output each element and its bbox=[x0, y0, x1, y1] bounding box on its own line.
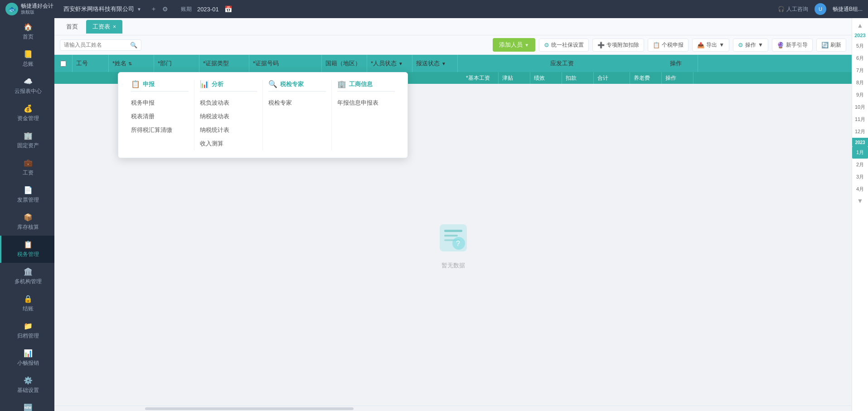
guide-toolbar-icon: 🔮 bbox=[777, 42, 784, 48]
analysis-icon: 📊 bbox=[200, 80, 209, 88]
tab-close-icon[interactable]: × bbox=[113, 24, 116, 30]
th-allowance: 津贴 bbox=[499, 72, 530, 84]
right-panel-up-arrow[interactable]: ▲ bbox=[855, 20, 865, 31]
company-selector[interactable]: 西安虾米网络科技有限公司 ▼ bbox=[63, 5, 141, 13]
sidebar-item-multi[interactable]: 🏛️ 多机构管理 bbox=[0, 263, 54, 290]
plus-icon: ➕ bbox=[597, 42, 605, 48]
rp-month-4[interactable]: 4月 bbox=[852, 183, 868, 195]
add-company-icon[interactable]: ＋ bbox=[150, 5, 157, 13]
sidebar-item-inventory[interactable]: 📦 库存核算 bbox=[0, 208, 54, 236]
th-pension: 养老费 bbox=[630, 72, 662, 84]
filter-icon[interactable]: ▼ bbox=[441, 61, 446, 66]
service-button[interactable]: 🎧 人工咨询 bbox=[778, 5, 808, 13]
tax-report-button[interactable]: 📋 个税申报 bbox=[648, 39, 689, 52]
search-input[interactable] bbox=[64, 42, 127, 48]
dd-item-tax-burden[interactable]: 税负波动表 bbox=[200, 96, 257, 110]
rp-month-7[interactable]: 7月 bbox=[852, 64, 868, 77]
th-status[interactable]: *人员状态 ▼ bbox=[367, 55, 412, 72]
chevron-down-icon: ▼ bbox=[524, 43, 529, 48]
rp-month-12[interactable]: 12月 bbox=[852, 126, 868, 138]
right-panel-down-arrow[interactable]: ▼ bbox=[855, 195, 865, 206]
settings-icon[interactable]: ⚙ bbox=[162, 5, 168, 13]
headset-icon: 🎧 bbox=[778, 6, 785, 12]
rp-month-5[interactable]: 5月 bbox=[852, 40, 868, 52]
rp-month-11[interactable]: 11月 bbox=[852, 113, 868, 126]
th-emp-id: 工号 bbox=[73, 55, 109, 72]
rp-month-1[interactable]: 1月 bbox=[852, 146, 868, 159]
rp-month-10[interactable]: 10月 bbox=[852, 101, 868, 113]
sidebar-item-settings[interactable]: ⚙️ 基础设置 bbox=[0, 372, 54, 399]
th-dept: *部门 bbox=[154, 55, 199, 72]
horizontal-scrollbar[interactable] bbox=[54, 406, 852, 411]
add-person-button[interactable]: 添加人员 ▼ bbox=[493, 38, 535, 52]
filter-icon[interactable]: ▼ bbox=[398, 61, 403, 66]
sidebar-item-salary[interactable]: 💼 工资 bbox=[0, 154, 54, 181]
chevron-down-icon: ▼ bbox=[137, 7, 141, 12]
sidebar-item-archive[interactable]: 📁 归档管理 bbox=[0, 317, 54, 344]
guide-button[interactable]: 🔮 新手引导 bbox=[772, 39, 813, 52]
th-name[interactable]: *姓名 ⇅ bbox=[109, 55, 154, 72]
sidebar-item-tax[interactable]: 📋 税务管理 bbox=[0, 236, 54, 263]
dd-item-income-tax[interactable]: 所得税汇算清缴 bbox=[131, 123, 189, 137]
declare-icon: 📋 bbox=[131, 80, 140, 88]
rp-month-8[interactable]: 8月 bbox=[852, 77, 868, 89]
report-icon: 📊 bbox=[24, 349, 33, 358]
right-panel: ▲ 2023 5月 6月 7月 8月 9月 10月 11月 12月 2023 1… bbox=[852, 18, 868, 411]
sidebar-item-invoice[interactable]: 📄 发票管理 bbox=[0, 181, 54, 208]
dd-col-title-analysis: 📊 分析 bbox=[200, 80, 257, 92]
th-deduction: 扣款 bbox=[562, 72, 594, 84]
dd-item-income-calc[interactable]: 收入测算 bbox=[200, 137, 257, 150]
dd-item-tax-check[interactable]: 税检专家 bbox=[268, 96, 326, 110]
dd-item-tax-declare[interactable]: 税务申报 bbox=[131, 96, 189, 110]
sidebar-item-label: 小畅报销 bbox=[17, 359, 39, 367]
sidebar-item-label: 云报表中心 bbox=[15, 87, 42, 95]
export-button[interactable]: 📤 导出 ▼ bbox=[692, 39, 729, 52]
sidebar-item-label: 库存核算 bbox=[17, 223, 39, 231]
search-input-wrap[interactable]: 🔍 bbox=[60, 39, 141, 51]
rp-month-6[interactable]: 6月 bbox=[852, 52, 868, 64]
cloud-icon: ☁️ bbox=[24, 77, 33, 86]
sidebar-item-home[interactable]: 🏠 首页 bbox=[0, 18, 54, 45]
table-content: 工号 *姓名 ⇅ *部门 *证据类型 *证据号码 bbox=[54, 55, 852, 411]
rp-month-2[interactable]: 2月 bbox=[852, 159, 868, 171]
user-name[interactable]: 畅捷通B组... bbox=[833, 5, 863, 13]
tab-home[interactable]: 首页 bbox=[60, 20, 84, 34]
dd-col-title-declare: 📋 申报 bbox=[131, 80, 189, 92]
select-all-checkbox[interactable] bbox=[60, 61, 66, 67]
sidebar-item-close[interactable]: 🔒 结账 bbox=[0, 290, 54, 317]
social-settings-button[interactable]: ⚙ 统一社保设置 bbox=[539, 39, 589, 52]
archive-icon: 📁 bbox=[24, 322, 33, 330]
sidebar: 🏠 首页 📒 总账 ☁️ 云报表中心 💰 资金管理 🏢 固定资产 💼 工资 📄 … bbox=[0, 18, 54, 411]
tax-report-icon: 📋 bbox=[653, 42, 660, 48]
th-report-status[interactable]: 报送状态 ▼ bbox=[412, 55, 458, 72]
rp-month-9[interactable]: 9月 bbox=[852, 89, 868, 101]
tab-salary[interactable]: 工资表 × bbox=[86, 20, 122, 34]
dd-item-tax-flow[interactable]: 纳税波动表 bbox=[200, 110, 257, 123]
sidebar-item-label: 税务管理 bbox=[17, 251, 39, 258]
rp-month-3[interactable]: 3月 bbox=[852, 171, 868, 183]
chevron-down-icon: ▼ bbox=[758, 42, 763, 48]
sidebar-item-label: 归档管理 bbox=[17, 332, 39, 340]
sidebar-item-ledger[interactable]: 📒 总账 bbox=[0, 45, 54, 73]
search-icon: 🔍 bbox=[130, 42, 137, 48]
refresh-button[interactable]: 🔄 刷新 bbox=[816, 39, 846, 52]
dd-item-annual-report[interactable]: 年报信息申报表 bbox=[337, 96, 395, 110]
dd-item-tax-stat[interactable]: 纳税统计表 bbox=[200, 123, 257, 137]
operation-button[interactable]: ⚙ 操作 ▼ bbox=[733, 39, 768, 52]
sidebar-item-cloud[interactable]: ☁️ 云报表中心 bbox=[0, 73, 54, 100]
sidebar-item-asset[interactable]: 🏢 固定资产 bbox=[0, 127, 54, 154]
sidebar-item-report[interactable]: 📊 小畅报销 bbox=[0, 344, 54, 372]
tax-icon: 📋 bbox=[24, 240, 33, 249]
scrollbar-thumb[interactable] bbox=[145, 407, 354, 410]
dd-item-tax-table[interactable]: 税表清册 bbox=[131, 110, 189, 123]
app-name: 畅捷通好会计 bbox=[21, 3, 53, 9]
tab-bar: 首页 工资表 × bbox=[54, 18, 852, 35]
sidebar-item-label: 工资 bbox=[23, 169, 34, 177]
refresh-icon: 🔄 bbox=[821, 42, 829, 48]
operation-icon: ⚙ bbox=[738, 42, 743, 48]
calendar-icon[interactable]: 📅 bbox=[224, 5, 232, 13]
sidebar-item-guide[interactable]: 🆕 新手引导 bbox=[0, 399, 54, 411]
sidebar-item-fund[interactable]: 💰 资金管理 bbox=[0, 100, 54, 127]
main-layout: 🏠 首页 📒 总账 ☁️ 云报表中心 💰 资金管理 🏢 固定资产 💼 工资 📄 … bbox=[0, 18, 868, 411]
special-deduct-button[interactable]: ➕ 专项附加扣除 bbox=[592, 39, 644, 52]
